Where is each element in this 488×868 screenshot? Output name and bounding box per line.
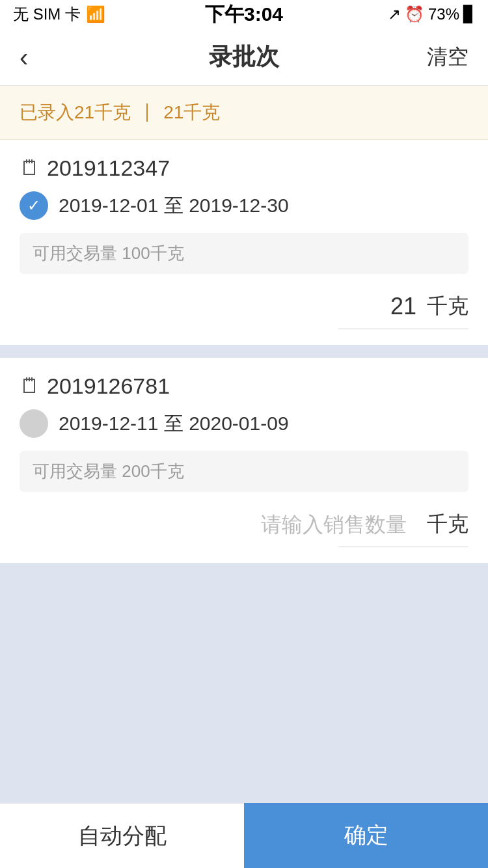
batch-id-1: 2019112347 (47, 156, 170, 181)
section-divider (0, 345, 488, 358)
back-button[interactable]: ‹ (20, 44, 28, 70)
summary-divider (146, 103, 148, 122)
batch-date-1: 2019-12-01 至 2019-12-30 (59, 193, 289, 219)
check-icon-1: ✓ (27, 197, 40, 215)
auto-distribute-button[interactable]: 自动分配 (0, 803, 244, 868)
nav-bar: ‹ 录批次 清空 (0, 29, 488, 86)
doc-icon-1: 🗒 (20, 156, 40, 180)
clear-button[interactable]: 清空 (427, 43, 468, 72)
confirm-button[interactable]: 确定 (244, 803, 488, 868)
qty-row-1: 21 千克 (0, 274, 488, 321)
alarm-icon: ⏰ (405, 5, 424, 23)
recorded-label: 已录入21千克 (20, 100, 131, 125)
status-right: ↗ ⏰ 73% ▊ (388, 5, 475, 23)
bottom-bar: 自动分配 确定 (0, 803, 488, 868)
wifi-icon: 📶 (86, 5, 105, 23)
sim-label: 无 SIM 卡 (13, 4, 81, 25)
qty-input-2[interactable] (20, 513, 416, 537)
gray-area (0, 563, 488, 823)
input-row-2: 千克 (0, 492, 488, 539)
summary-banner: 已录入21千克 21千克 (0, 86, 488, 140)
status-left: 无 SIM 卡 📶 (13, 4, 105, 25)
avail-bar-1: 可用交易量 100千克 (20, 233, 468, 274)
avail-text-1: 可用交易量 100千克 (33, 243, 184, 263)
doc-icon-2: 🗒 (20, 374, 40, 398)
radio-btn-1[interactable]: ✓ (20, 191, 48, 220)
avail-text-2: 可用交易量 200千克 (33, 461, 184, 481)
battery-icon: ▊ (463, 5, 475, 23)
page-title: 录批次 (209, 41, 279, 73)
qty-unit-1: 千克 (427, 292, 468, 321)
page-container: 无 SIM 卡 📶 下午3:04 ↗ ⏰ 73% ▊ ‹ 录批次 清空 已录入2… (0, 0, 488, 868)
batch-card-2: 🗒 2019126781 2019-12-11 至 2020-01-09 可用交… (0, 358, 488, 563)
batch-date-2: 2019-12-11 至 2020-01-09 (59, 411, 289, 437)
battery-percent: 73% (428, 5, 459, 23)
qty-value-1: 21 (390, 293, 416, 320)
radio-btn-2[interactable] (20, 409, 48, 438)
input-unit-2: 千克 (427, 510, 468, 539)
status-time: 下午3:04 (205, 1, 283, 28)
avail-bar-2: 可用交易量 200千克 (20, 451, 468, 492)
status-bar: 无 SIM 卡 📶 下午3:04 ↗ ⏰ 73% ▊ (0, 0, 488, 29)
batch-card-1: 🗒 2019112347 ✓ 2019-12-01 至 2019-12-30 可… (0, 140, 488, 345)
location-icon: ↗ (388, 5, 401, 23)
batch-id-2: 2019126781 (47, 373, 170, 399)
summary-value: 21千克 (163, 100, 220, 125)
